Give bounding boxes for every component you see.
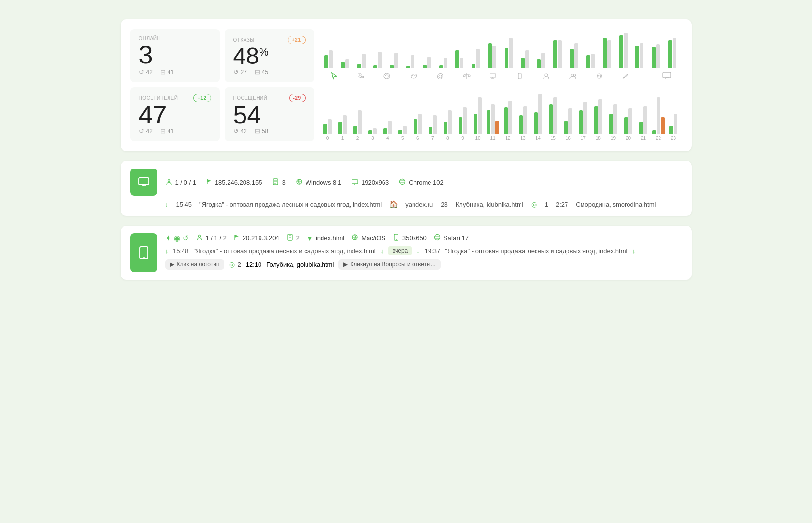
- landing-icon: ▼: [306, 234, 313, 242]
- bar-gray: [574, 43, 578, 68]
- session-landing-2: ▼ index.html: [306, 234, 344, 242]
- bar-group: [386, 53, 402, 68]
- bar-group-bottom: [441, 110, 455, 134]
- bar-green-b: [429, 127, 432, 134]
- bar-gray-b: [433, 115, 437, 134]
- chart-label: 12: [501, 136, 515, 141]
- bar-gray-b: [523, 106, 527, 134]
- session-icon-desktop[interactable]: [130, 169, 157, 196]
- bar-group-bottom: [501, 101, 515, 134]
- icon-email: @: [427, 72, 454, 80]
- bar-group-bottom: [396, 126, 410, 134]
- session-card-2: ✦ ◉ ↺ 1 / 1 / 2 20.219.3.204: [121, 226, 692, 280]
- stat-footer-bounces: ↺ 27 ⊟ 45: [233, 68, 306, 76]
- target-icon-s1: ◎: [531, 200, 537, 208]
- bar-green-b: [669, 126, 673, 134]
- chart-label: 22: [652, 136, 665, 141]
- bar-group-bottom: [621, 108, 635, 134]
- bottom-chart-container: 01234567891011121314151617181920212223: [319, 90, 682, 141]
- bar-group: [452, 50, 467, 68]
- bar-group-bottom: [381, 121, 395, 134]
- svg-point-13: [597, 74, 602, 78]
- chart-label: 17: [576, 136, 590, 141]
- bar-gray: [673, 38, 676, 68]
- bar-group: [665, 38, 680, 68]
- top-bar-chart: [319, 29, 682, 68]
- history-icon-v: ↺: [139, 127, 144, 135]
- pages-icon-2: [286, 233, 294, 243]
- stat-box-visits: ПОСЕЩЕНИЙ -29 54 ↺ 42 ⊟ 58: [225, 87, 314, 141]
- bar-green: [341, 62, 345, 68]
- bar-group-bottom: [576, 102, 590, 134]
- chart-label: 21: [636, 136, 650, 141]
- bar-group: [485, 43, 500, 68]
- bar-gray-b: [358, 110, 362, 134]
- bar-green-b: [624, 117, 628, 134]
- bar-gray-b: [478, 97, 482, 134]
- bar-green: [652, 47, 656, 68]
- stat-value-bounces: 48%: [233, 45, 306, 68]
- session-info-items-1: 1 / 0 / 1 185.246.208.155 3 Windows 8.1: [165, 178, 444, 187]
- chart-label: 19: [606, 136, 620, 141]
- bar-green-b: [383, 128, 387, 134]
- chart-label: 7: [426, 136, 440, 141]
- bar-gray-b: [448, 110, 452, 134]
- session-2-row-1: ✦ ◉ ↺ 1 / 1 / 2 20.219.3.204: [165, 233, 682, 243]
- bar-gray-b: [674, 114, 677, 134]
- bar-gray-b: [643, 106, 647, 134]
- icon-whatsapp: [374, 72, 400, 80]
- session-icon-mobile[interactable]: [130, 233, 157, 272]
- bar-green: [619, 35, 623, 68]
- dl-icon-2d: ↓: [632, 247, 635, 255]
- session-2-row-3: ▶ Клик на логотип ◎ 2 12:10 Голубика, go…: [165, 259, 682, 270]
- bar-group-bottom: [366, 128, 380, 134]
- icon-cursor: [321, 72, 348, 80]
- bar-group: [468, 49, 484, 68]
- bar-gray-b: [328, 119, 332, 134]
- bar-green: [570, 49, 574, 68]
- bar-orange-b: [495, 121, 499, 134]
- bar-group-bottom: [546, 97, 560, 134]
- chart-area: @: [319, 29, 682, 141]
- svg-point-29: [400, 179, 405, 184]
- bar-gray: [558, 40, 562, 68]
- bar-group-bottom: [516, 106, 530, 134]
- dl-icon-2c: ↓: [416, 247, 420, 255]
- session-2-content: ✦ ◉ ↺ 1 / 1 / 2 20.219.3.204: [165, 233, 682, 270]
- twitter-icon-s2: ✦: [165, 234, 171, 243]
- bar-gray: [427, 57, 431, 68]
- icon-user: [533, 72, 560, 80]
- bar-green-b: [368, 130, 372, 134]
- bar-green-b: [609, 114, 613, 134]
- svg-point-34: [198, 235, 200, 238]
- os-icon: [295, 178, 303, 187]
- bar-gray: [541, 53, 545, 68]
- bar-group-bottom: [531, 94, 545, 134]
- session-card-1: 1 / 0 / 1 185.246.208.155 3 Windows 8.1: [121, 161, 692, 216]
- bar-green-b: [639, 122, 643, 134]
- bar-group: [517, 50, 533, 68]
- bookmark-icon: ⊟: [160, 68, 166, 76]
- bar-green: [668, 40, 672, 68]
- chart-label: 15: [546, 136, 560, 141]
- chart-label: 1: [336, 136, 350, 141]
- chart-label: 4: [381, 136, 395, 141]
- chart-label: 18: [591, 136, 605, 141]
- top-chart-container: @: [319, 29, 682, 81]
- bar-gray: [444, 58, 447, 68]
- os-icon-2: [351, 233, 359, 243]
- bar-gray: [460, 58, 463, 68]
- browser-icon: [398, 178, 406, 187]
- bar-group-bottom: [652, 97, 665, 134]
- bar-gray-b: [598, 99, 602, 134]
- session-people-2: 1 / 1 / 2: [196, 233, 227, 243]
- icon-target: [586, 72, 613, 80]
- session-os-1: Windows 8.1: [295, 178, 341, 187]
- bar-group: [321, 50, 337, 68]
- bar-green: [635, 46, 639, 68]
- bar-green: [357, 64, 361, 68]
- bar-green: [586, 55, 590, 68]
- bar-group: [435, 58, 451, 68]
- bar-group: [353, 54, 369, 68]
- bar-group: [615, 33, 631, 68]
